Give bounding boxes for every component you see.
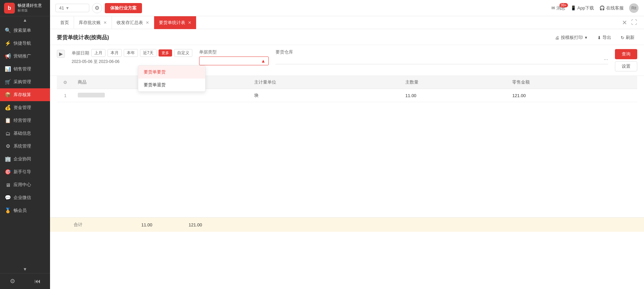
app-download-btn[interactable]: 📱 App下载 xyxy=(571,5,594,11)
print-btn[interactable]: 🖨 按模板打印 ▼ xyxy=(552,33,591,42)
table-header-unit: 主计量单位 xyxy=(250,76,401,89)
avatar: Rit xyxy=(629,3,639,13)
date-filter-group: 单据日期 上月 本月 本年 近7天 更多 自定义 2023-05-06 至 20… xyxy=(72,49,192,65)
last-7days-btn[interactable]: 近7天 xyxy=(140,49,157,57)
sidebar-item-finance[interactable]: 💰 资金管理 xyxy=(0,101,50,114)
date-filter-buttons: 上月 本月 本年 近7天 更多 自定义 xyxy=(91,49,192,57)
trial-industry-btn[interactable]: 体验行业方案 xyxy=(105,3,142,13)
message-icon: ✉ xyxy=(551,5,555,10)
main-area: 41 ▼ ⚙ 体验行业方案 ✉ 消息 99+ 📱 App下载 🎧 在线客服 xyxy=(50,0,644,289)
type-filter-input-row[interactable]: ▲ xyxy=(199,57,269,65)
tab-close-recv-summary[interactable]: ✕ xyxy=(146,20,149,25)
store-selector[interactable]: 41 ▼ xyxy=(55,4,89,12)
tab-close-order-summary[interactable]: ✕ xyxy=(188,20,191,25)
chevron-down-icon: ▼ xyxy=(584,36,588,40)
sales-icon: 📊 xyxy=(5,66,11,72)
sidebar-item-member[interactable]: 🏅 畅会员 xyxy=(0,204,50,217)
type-filter-group: 单据类型 ▲ xyxy=(199,49,269,65)
topbar-left: 41 ▼ ⚙ 体验行业方案 xyxy=(55,3,547,13)
finance-icon: 💰 xyxy=(5,105,11,111)
search-icon: 🔍 xyxy=(5,27,11,34)
topbar-settings-btn[interactable]: ⚙ xyxy=(92,3,102,13)
sidebar-item-wechat[interactable]: 💬 企业微信 xyxy=(0,191,50,204)
dropdown-item-order-goods[interactable]: 要货单要货 xyxy=(138,66,205,79)
export-btn[interactable]: ⬇ 导出 xyxy=(595,33,614,42)
message-badge: 99+ xyxy=(559,3,568,7)
enterprise-icon: 🏢 xyxy=(5,156,11,162)
last-month-btn[interactable]: 上月 xyxy=(91,49,105,57)
user-profile-btn[interactable]: Rit xyxy=(629,3,639,13)
member-icon: 🏅 xyxy=(5,207,11,214)
message-btn[interactable]: ✉ 消息 99+ xyxy=(551,5,565,11)
close-all-tabs-btn[interactable]: ✕ xyxy=(621,19,628,26)
more-dates-btn[interactable]: 更多 xyxy=(159,49,172,57)
query-btn[interactable]: 查询 xyxy=(615,49,637,59)
table-settings-icon[interactable]: ⚙ xyxy=(63,80,67,85)
type-filter-label: 单据类型 xyxy=(199,49,269,55)
chevron-down-icon: ▼ xyxy=(65,6,69,10)
topbar: 41 ▼ ⚙ 体验行业方案 ✉ 消息 99+ 📱 App下载 🎧 在线客服 xyxy=(50,0,644,16)
warehouse-filter-label: 要货仓库 xyxy=(276,49,608,55)
row-amount: 121.00 xyxy=(508,89,637,102)
settings-bottom-btn[interactable]: ⚙ xyxy=(7,276,18,286)
table-header-amount: 零售金额 xyxy=(508,76,637,89)
warehouse-filter-input[interactable] xyxy=(276,57,602,62)
filter-toggle-btn[interactable]: ▶ xyxy=(57,50,65,58)
sidebar-item-inventory[interactable]: 📦 库存核算 xyxy=(0,88,50,101)
tab-recv-summary[interactable]: 收发存汇总表 ✕ xyxy=(112,16,154,29)
shortcut-icon: ⚡ xyxy=(5,40,11,46)
tab-inventory-batch[interactable]: 库存批次账 ✕ xyxy=(74,16,112,29)
product-placeholder xyxy=(78,93,105,97)
sidebar-item-shortcut[interactable]: ⚡ 快捷导航 xyxy=(0,37,50,50)
sidebar-item-marketing[interactable]: 📢 营销推广 xyxy=(0,50,50,63)
tab-order-summary[interactable]: 要货单统计表 ✕ xyxy=(154,16,196,29)
page-actions: 🖨 按模板打印 ▼ ⬇ 导出 ↻ 刷新 xyxy=(552,33,637,42)
sidebar-item-basic[interactable]: 🗂 基础信息 xyxy=(0,127,50,140)
page-header: 要货单统计表(按商品) 🖨 按模板打印 ▼ ⬇ 导出 ↻ 刷新 xyxy=(50,29,644,45)
filter-area: ▶ 单据日期 上月 本月 本年 近7天 更多 自定义 xyxy=(50,45,644,76)
sidebar-scroll-up[interactable]: ▲ xyxy=(0,16,50,24)
type-filter-input[interactable] xyxy=(202,59,259,64)
this-month-btn[interactable]: 本月 xyxy=(108,49,122,57)
page-content: 要货单统计表(按商品) 🖨 按模板打印 ▼ ⬇ 导出 ↻ 刷新 xyxy=(50,29,644,289)
page-inner: 要货单统计表(按商品) 🖨 按模板打印 ▼ ⬇ 导出 ↻ 刷新 xyxy=(50,29,644,289)
basic-icon: 🗂 xyxy=(5,130,11,136)
sidebar-item-apps[interactable]: 🖥 应用中心 xyxy=(0,178,50,191)
inventory-icon: 📦 xyxy=(5,92,11,98)
sidebar-logo: b 畅捷通好生意 标准版 xyxy=(0,0,50,16)
sidebar-item-enterprise[interactable]: 🏢 企业协同 xyxy=(0,153,50,165)
sidebar-scroll-down[interactable]: ▼ xyxy=(0,265,50,273)
gear-icon: ⚙ xyxy=(95,5,99,11)
topbar-right: ✉ 消息 99+ 📱 App下载 🎧 在线客服 Rit xyxy=(551,3,639,13)
table-header-quantity: 主数量 xyxy=(401,76,508,89)
footer-amount: 121.00 xyxy=(189,222,222,227)
row-quantity: 11.00 xyxy=(401,89,508,102)
settings-btn[interactable]: 设置 xyxy=(615,61,637,71)
sidebar-item-search[interactable]: 🔍 搜索菜单 xyxy=(0,24,50,37)
sidebar-item-purchase[interactable]: 🛒 采购管理 xyxy=(0,75,50,88)
collapse-btn[interactable]: ⏮ xyxy=(32,276,43,286)
type-dropdown: 要货单要货 要货单退货 xyxy=(138,65,206,92)
sidebar-item-guide[interactable]: 🎯 新手引导 xyxy=(0,165,50,178)
type-filter-chevron-up-icon[interactable]: ▲ xyxy=(261,58,266,64)
filter-content: 单据日期 上月 本月 本年 近7天 更多 自定义 2023-05-06 至 20… xyxy=(72,49,608,65)
row-unit: 块 xyxy=(250,89,401,102)
marketing-icon: 📢 xyxy=(5,53,11,59)
sidebar-item-sales[interactable]: 📊 销售管理 xyxy=(0,63,50,75)
operations-icon: 📋 xyxy=(5,117,11,124)
sidebar-nav: 🔍 搜索菜单 ⚡ 快捷导航 📢 营销推广 📊 销售管理 🛒 采购管理 📦 库存核… xyxy=(0,24,50,265)
tab-home[interactable]: 首页 xyxy=(55,16,74,29)
guide-icon: 🎯 xyxy=(5,169,11,175)
sidebar-item-operations[interactable]: 📋 经营管理 xyxy=(0,114,50,127)
custom-date-btn[interactable]: 自定义 xyxy=(174,49,192,57)
maximize-btn[interactable]: ⛶ xyxy=(630,19,639,26)
sidebar-item-system[interactable]: ⚙ 系统管理 xyxy=(0,140,50,153)
table-header-settings[interactable]: ⚙ xyxy=(57,76,74,89)
dropdown-item-order-return[interactable]: 要货单退货 xyxy=(138,79,205,91)
tab-close-inventory-batch[interactable]: ✕ xyxy=(103,20,107,25)
this-year-btn[interactable]: 本年 xyxy=(124,49,138,57)
filter-actions: 查询 设置 xyxy=(615,49,637,71)
warehouse-more-icon[interactable]: ··· xyxy=(604,57,608,63)
refresh-btn[interactable]: ↻ 刷新 xyxy=(618,33,637,42)
online-service-btn[interactable]: 🎧 在线客服 xyxy=(599,5,624,11)
